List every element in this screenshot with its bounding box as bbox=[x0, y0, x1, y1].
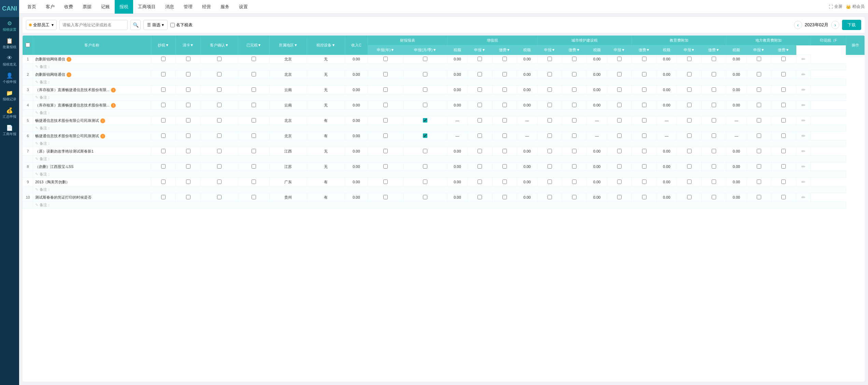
csw-jf-cell[interactable] bbox=[562, 70, 586, 79]
zz-jf-checkbox[interactable] bbox=[502, 195, 507, 199]
cb-year-checkbox[interactable] bbox=[383, 118, 388, 123]
queren-checkbox[interactable] bbox=[217, 149, 222, 153]
op-cell[interactable]: ✏ bbox=[796, 162, 811, 171]
csw-sb-cell[interactable] bbox=[537, 162, 562, 171]
cb-month-checkbox[interactable] bbox=[423, 133, 427, 138]
sidebar-item-piliang-baoshui[interactable]: 📋 批量报税 bbox=[0, 34, 19, 52]
df-jf-cell[interactable] bbox=[701, 193, 726, 202]
qingka-cell[interactable] bbox=[176, 86, 200, 94]
wanshui-cell[interactable] bbox=[238, 70, 269, 79]
cb-month-cell[interactable] bbox=[403, 178, 447, 186]
nav-home[interactable]: 首页 bbox=[23, 0, 41, 14]
next-month-button[interactable]: › bbox=[831, 21, 839, 29]
zz-jf-cell[interactable] bbox=[492, 193, 517, 202]
cb-year-checkbox[interactable] bbox=[383, 133, 388, 138]
df-sb-checkbox[interactable] bbox=[687, 180, 692, 184]
jy-sb-cell[interactable] bbox=[607, 178, 631, 186]
df-jf-checkbox[interactable] bbox=[712, 57, 716, 61]
qingka-checkbox[interactable] bbox=[186, 57, 190, 61]
wanshui-checkbox[interactable] bbox=[252, 118, 256, 123]
nav-guanli[interactable]: 管理 bbox=[179, 0, 197, 14]
jy-sb-checkbox[interactable] bbox=[617, 57, 622, 61]
cb-year-checkbox[interactable] bbox=[383, 57, 388, 61]
wanshui-checkbox[interactable] bbox=[252, 87, 256, 92]
zz-sb-checkbox[interactable] bbox=[478, 118, 482, 123]
cb-year-cell[interactable] bbox=[368, 178, 403, 186]
csw-jf-checkbox[interactable] bbox=[572, 164, 577, 169]
op-cell[interactable]: ✏ bbox=[796, 116, 811, 125]
df-sb-checkbox[interactable] bbox=[687, 87, 692, 92]
chaoshui-checkbox[interactable] bbox=[161, 118, 166, 123]
jy-sb-cell[interactable] bbox=[607, 55, 631, 63]
csw-jf-cell[interactable] bbox=[562, 178, 586, 186]
yh-jf-cell[interactable] bbox=[771, 162, 796, 171]
zz-jf-checkbox[interactable] bbox=[502, 118, 507, 123]
csw-sb-checkbox[interactable] bbox=[547, 72, 552, 76]
yh-sb-cell[interactable] bbox=[746, 132, 771, 140]
zz-jf-checkbox[interactable] bbox=[502, 57, 507, 61]
qingka-cell[interactable] bbox=[176, 147, 200, 156]
wanshui-checkbox[interactable] bbox=[252, 133, 256, 138]
jy-sb-cell[interactable] bbox=[607, 70, 631, 79]
wanshui-cell[interactable] bbox=[238, 86, 269, 94]
edit-icon[interactable]: ✏ bbox=[801, 164, 806, 169]
zz-jf-cell[interactable] bbox=[492, 132, 517, 140]
yh-jf-cell[interactable] bbox=[771, 147, 796, 156]
csw-jf-checkbox[interactable] bbox=[572, 149, 577, 153]
qingka-cell[interactable] bbox=[176, 70, 200, 79]
csw-sb-checkbox[interactable] bbox=[547, 195, 552, 199]
csw-jf-checkbox[interactable] bbox=[572, 72, 577, 76]
df-jf-checkbox[interactable] bbox=[712, 149, 716, 153]
cb-month-checkbox[interactable] bbox=[423, 87, 427, 92]
df-jf-cell[interactable] bbox=[701, 178, 726, 186]
cb-year-checkbox[interactable] bbox=[383, 103, 388, 107]
queren-cell[interactable] bbox=[200, 116, 238, 125]
op-cell[interactable]: ✏ bbox=[796, 132, 811, 140]
chaoshui-checkbox[interactable] bbox=[161, 195, 166, 199]
yh-jf-cell[interactable] bbox=[771, 193, 796, 202]
csw-sb-checkbox[interactable] bbox=[547, 149, 552, 153]
edit-icon[interactable]: ✏ bbox=[801, 56, 806, 62]
csw-jf-cell[interactable] bbox=[562, 132, 586, 140]
cb-month-checkbox[interactable] bbox=[423, 118, 427, 123]
qingka-cell[interactable] bbox=[176, 116, 200, 125]
zz-jf-checkbox[interactable] bbox=[502, 87, 507, 92]
queren-cell[interactable] bbox=[200, 132, 238, 140]
cb-month-checkbox[interactable] bbox=[423, 180, 427, 184]
csw-sb-checkbox[interactable] bbox=[547, 87, 552, 92]
nav-customer[interactable]: 客户 bbox=[41, 0, 59, 14]
csw-jf-cell[interactable] bbox=[562, 55, 586, 63]
csw-sb-cell[interactable] bbox=[537, 132, 562, 140]
yh-jf-checkbox[interactable] bbox=[781, 195, 786, 199]
df-jf-cell[interactable] bbox=[701, 86, 726, 94]
chaoshui-cell[interactable] bbox=[151, 55, 175, 63]
jy-jf-cell[interactable] bbox=[632, 86, 656, 94]
csw-sb-cell[interactable] bbox=[537, 86, 562, 94]
zz-sb-cell[interactable] bbox=[468, 70, 492, 79]
qingka-cell[interactable] bbox=[176, 101, 200, 110]
jy-sb-checkbox[interactable] bbox=[617, 195, 622, 199]
csw-sb-checkbox[interactable] bbox=[547, 103, 552, 107]
note-cell[interactable]: ✎ 备注： bbox=[33, 94, 846, 101]
cb-year-checkbox[interactable] bbox=[383, 149, 388, 153]
yh-sb-checkbox[interactable] bbox=[757, 87, 761, 92]
csw-jf-checkbox[interactable] bbox=[572, 57, 577, 61]
wanshui-checkbox[interactable] bbox=[252, 72, 256, 76]
cb-month-cell[interactable] bbox=[403, 162, 447, 171]
note-cell[interactable]: ✎ 备注： bbox=[33, 79, 846, 86]
zz-jf-checkbox[interactable] bbox=[502, 164, 507, 169]
zz-jf-checkbox[interactable] bbox=[502, 133, 507, 138]
nav-shoufei[interactable]: 收费 bbox=[59, 0, 78, 14]
chaoshui-cell[interactable] bbox=[151, 70, 175, 79]
csw-sb-checkbox[interactable] bbox=[547, 164, 552, 169]
member-btn[interactable]: 👑 稻会员 bbox=[846, 4, 865, 10]
jy-sb-cell[interactable] bbox=[607, 193, 631, 202]
search-button[interactable]: 🔍 bbox=[130, 20, 141, 30]
nav-shezhi[interactable]: 设置 bbox=[234, 0, 253, 14]
yh-jf-cell[interactable] bbox=[771, 132, 796, 140]
yh-sb-cell[interactable] bbox=[746, 116, 771, 125]
queren-cell[interactable] bbox=[200, 147, 238, 156]
chaoshui-checkbox[interactable] bbox=[161, 103, 166, 107]
queren-checkbox[interactable] bbox=[217, 118, 222, 123]
nav-fuwu[interactable]: 服务 bbox=[216, 0, 234, 14]
